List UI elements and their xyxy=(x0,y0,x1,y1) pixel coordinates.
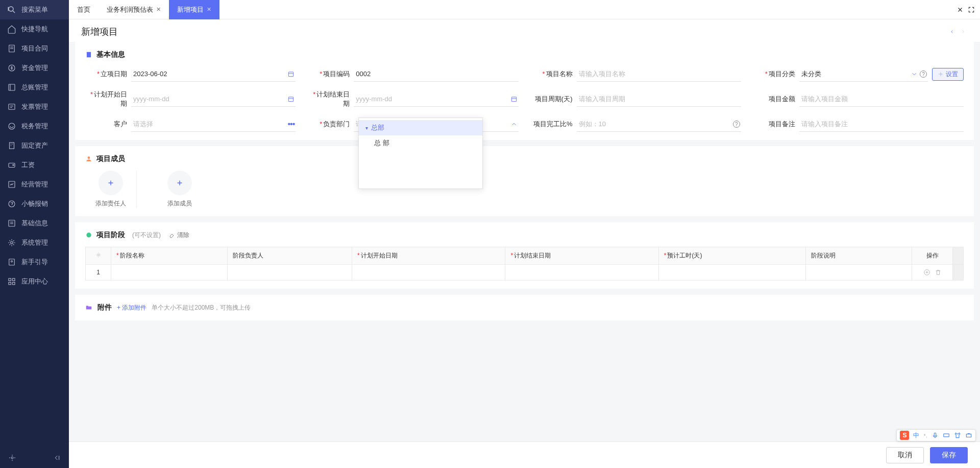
label-create-date: *立项日期 xyxy=(85,69,131,79)
chart-icon xyxy=(7,180,16,189)
close-icon[interactable]: ✕ xyxy=(207,6,211,13)
add-member-label: 添加成员 xyxy=(167,199,192,208)
delete-row-icon[interactable] xyxy=(935,269,942,276)
mic-icon[interactable] xyxy=(932,432,939,439)
input-customer[interactable] xyxy=(131,116,296,132)
label-amount: 项目金额 xyxy=(753,95,799,104)
sidebar-item-quicknav[interactable]: 快捷导航 xyxy=(0,19,69,39)
add-owner-label: 添加责任人 xyxy=(95,199,126,208)
stage-table: *阶段名称 阶段负责人 *计划开始日期 *计划结束日期 *预计工时(天) 阶段说… xyxy=(85,247,964,280)
sidebar-item-apps[interactable]: 应用中心 xyxy=(0,272,69,291)
sidebar-item-invoice[interactable]: 发票管理 xyxy=(0,97,69,116)
field-create-date: *立项日期 xyxy=(85,66,296,82)
more-icon[interactable]: ••• xyxy=(287,120,295,129)
save-button[interactable]: 保存 xyxy=(930,447,968,463)
tab-profit-report[interactable]: 业务利润预估表 ✕ xyxy=(99,0,169,19)
input-create-date[interactable] xyxy=(131,66,296,82)
svg-rect-21 xyxy=(9,220,15,226)
folder-icon xyxy=(85,304,92,311)
ime-lang[interactable]: 中 xyxy=(913,431,919,440)
cancel-button[interactable]: 取消 xyxy=(886,447,924,463)
cell-end[interactable] xyxy=(505,265,658,280)
svg-rect-53 xyxy=(944,434,949,437)
chevron-down-icon[interactable] xyxy=(911,71,918,78)
input-plan-start[interactable] xyxy=(131,91,296,107)
sidebar-item-contract[interactable]: 项目合同 xyxy=(0,39,69,58)
add-row-icon[interactable] xyxy=(923,269,930,276)
input-remark[interactable] xyxy=(799,116,964,132)
svg-point-47 xyxy=(86,232,91,237)
ime-toolbar[interactable]: S 中 •, xyxy=(896,429,976,441)
tab-home[interactable]: 首页 xyxy=(69,0,99,19)
skin-icon[interactable] xyxy=(954,432,961,439)
input-project-code[interactable] xyxy=(354,66,518,82)
close-all-icon[interactable] xyxy=(957,6,964,13)
sidebar-item-basicinfo[interactable]: 基础信息 xyxy=(0,214,69,233)
sidebar-item-tax[interactable]: 税务管理 xyxy=(0,116,69,136)
settings-button[interactable]: 设置 xyxy=(932,68,964,81)
settings-icon[interactable] xyxy=(8,454,16,462)
table-row[interactable]: 1 xyxy=(86,265,964,280)
sidebar-item-system[interactable]: 系统管理 xyxy=(0,233,69,252)
input-project-category[interactable] xyxy=(799,66,928,82)
calendar-icon[interactable] xyxy=(287,96,295,103)
input-amount[interactable] xyxy=(799,91,964,107)
tree-collapse-icon[interactable]: ▾ xyxy=(364,125,369,131)
cell-hours[interactable] xyxy=(658,265,805,280)
sidebar-item-assets[interactable]: 固定资产 xyxy=(0,136,69,155)
scroll-hint[interactable] xyxy=(953,247,964,265)
help-icon[interactable]: ? xyxy=(920,71,927,78)
input-plan-end[interactable] xyxy=(354,91,518,107)
chevron-up-icon[interactable] xyxy=(510,121,518,128)
page-nav xyxy=(947,28,968,36)
svg-rect-35 xyxy=(289,72,293,77)
dropdown-item-headquarters-child[interactable]: 总 部 xyxy=(359,135,482,151)
sidebar-label: 应用中心 xyxy=(21,277,48,286)
input-completion[interactable] xyxy=(577,116,741,132)
input-period[interactable] xyxy=(577,91,741,107)
sidebar-item-operations[interactable]: 经营管理 xyxy=(0,175,69,194)
collapse-icon[interactable] xyxy=(53,454,61,462)
cell-name[interactable] xyxy=(111,265,228,280)
ime-punct[interactable]: •, xyxy=(923,432,927,439)
toolbox-icon[interactable] xyxy=(965,432,972,439)
prev-icon[interactable] xyxy=(949,29,954,34)
sidebar-item-search[interactable]: 搜索菜单 xyxy=(0,0,69,19)
sidebar-item-funds[interactable]: 资金管理 xyxy=(0,58,69,78)
field-completion: 项目完工比% ? xyxy=(531,116,741,132)
label-plan-start: *计划开始日期 xyxy=(85,90,131,108)
col-gear[interactable] xyxy=(86,247,111,265)
add-member-button[interactable] xyxy=(167,171,192,195)
fullscreen-icon[interactable] xyxy=(968,6,975,13)
input-project-name[interactable] xyxy=(577,66,741,82)
svg-point-24 xyxy=(11,242,13,244)
cell-owner[interactable] xyxy=(228,265,352,280)
tab-new-project[interactable]: 新增项目 ✕ xyxy=(169,0,219,19)
close-icon[interactable]: ✕ xyxy=(156,6,161,13)
sidebar-item-salary[interactable]: 工资 xyxy=(0,155,69,175)
scroll-hint[interactable] xyxy=(953,265,964,280)
svg-point-18 xyxy=(13,165,14,166)
sidebar-item-ledger[interactable]: 总账管理 xyxy=(0,78,69,97)
calendar-icon[interactable] xyxy=(287,71,295,78)
section-title: 项目成员 xyxy=(96,154,125,163)
help-icon[interactable]: ? xyxy=(733,121,740,128)
coin-icon xyxy=(7,63,16,73)
calendar-icon[interactable] xyxy=(510,96,518,103)
svg-rect-34 xyxy=(87,52,91,58)
cell-desc[interactable] xyxy=(806,265,912,280)
add-owner-button[interactable] xyxy=(99,171,123,195)
svg-point-26 xyxy=(11,261,13,262)
sidebar-item-guide[interactable]: 新手引导 xyxy=(0,252,69,272)
department-dropdown: ▾ 总部 总 部 xyxy=(358,118,483,189)
keyboard-icon[interactable] xyxy=(943,432,950,439)
next-icon[interactable] xyxy=(961,29,966,34)
field-remark: 项目备注 xyxy=(753,116,964,132)
dropdown-item-headquarters[interactable]: ▾ 总部 xyxy=(359,120,482,135)
field-project-name: *项目名称 xyxy=(531,66,741,82)
reimburse-icon xyxy=(7,199,16,208)
sidebar-item-reimburse[interactable]: 小畅报销 xyxy=(0,194,69,214)
clear-button[interactable]: 清除 xyxy=(169,231,189,240)
cell-start[interactable] xyxy=(352,265,505,280)
add-attachment-button[interactable]: + 添加附件 xyxy=(117,303,146,312)
